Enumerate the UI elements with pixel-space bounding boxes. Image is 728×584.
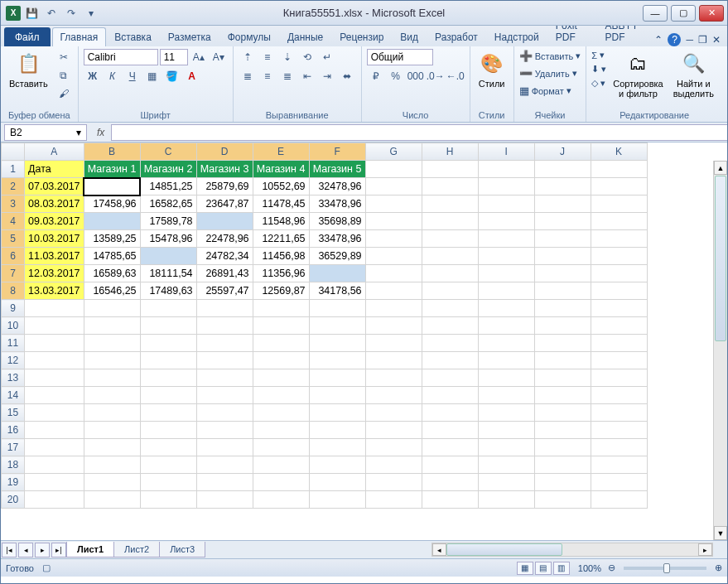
cell-K8[interactable] — [591, 282, 647, 300]
row-header-8[interactable]: 8 — [2, 282, 25, 300]
shrink-font-button[interactable]: A▾ — [210, 49, 228, 65]
cell-C17[interactable] — [140, 439, 196, 456]
cell-I16[interactable] — [478, 422, 534, 439]
cell-F1[interactable]: Магазин 5 — [309, 161, 365, 178]
cell-I19[interactable] — [478, 474, 534, 491]
cell-D19[interactable] — [196, 474, 253, 491]
cell-B17[interactable] — [84, 439, 140, 456]
sheet-first-button[interactable]: |◂ — [2, 543, 17, 557]
sheet-tab[interactable]: Лист1 — [66, 542, 114, 557]
row-header-19[interactable]: 19 — [2, 474, 25, 491]
col-header-A[interactable]: A — [25, 143, 84, 161]
align-bottom-button[interactable]: ⇣ — [278, 49, 297, 65]
scroll-up-button[interactable]: ▲ — [714, 161, 727, 175]
cell-J18[interactable] — [534, 456, 591, 474]
cell-J12[interactable] — [534, 352, 591, 369]
tab-формулы[interactable]: Формулы — [219, 27, 279, 46]
cell-A1[interactable]: Дата — [25, 161, 84, 178]
cell-D13[interactable] — [196, 369, 253, 387]
cell-E7[interactable]: 11356,96 — [253, 265, 309, 282]
cell-K17[interactable] — [591, 439, 647, 456]
cell-K10[interactable] — [591, 317, 647, 335]
cell-H6[interactable] — [422, 248, 478, 265]
sheet-next-button[interactable]: ▸ — [35, 543, 50, 557]
cell-B7[interactable]: 16589,63 — [84, 265, 140, 282]
cell-C13[interactable] — [140, 369, 196, 387]
cell-A8[interactable]: 13.03.2017 — [25, 282, 84, 300]
cell-H2[interactable] — [422, 178, 478, 195]
vertical-scrollbar[interactable]: ▲ ▼ — [713, 161, 727, 540]
cell-G2[interactable] — [365, 178, 422, 195]
cell-G1[interactable] — [365, 161, 422, 178]
view-layout-button[interactable]: ▤ — [535, 562, 552, 575]
indent-inc-button[interactable]: ⇥ — [318, 68, 336, 84]
row-header-3[interactable]: 3 — [2, 195, 25, 213]
cell-G7[interactable] — [365, 265, 422, 282]
col-header-I[interactable]: I — [478, 143, 534, 161]
cell-J7[interactable] — [534, 265, 591, 282]
row-header-14[interactable]: 14 — [2, 387, 25, 404]
increase-decimal-button[interactable]: .0→ — [427, 68, 445, 84]
cell-A10[interactable] — [25, 317, 84, 335]
cell-C16[interactable] — [140, 422, 196, 439]
row-header-2[interactable]: 2 — [2, 178, 25, 195]
cell-A7[interactable]: 12.03.2017 — [25, 265, 84, 282]
zoom-in-button[interactable]: ⊕ — [715, 562, 722, 573]
wrap-text-button[interactable]: ↵ — [318, 49, 336, 65]
tab-главная[interactable]: Главная — [52, 27, 107, 46]
comma-button[interactable]: 000 — [407, 68, 425, 84]
formula-input[interactable] — [111, 124, 727, 141]
cell-B2[interactable] — [84, 178, 140, 195]
ribbon-minimize-icon[interactable]: ⌃ — [654, 34, 663, 46]
cell-I15[interactable] — [478, 404, 534, 422]
cell-J5[interactable] — [534, 230, 591, 248]
cell-H20[interactable] — [422, 491, 478, 509]
cell-A14[interactable] — [25, 387, 84, 404]
cell-F18[interactable] — [309, 456, 365, 474]
cell-J2[interactable] — [534, 178, 591, 195]
cut-button[interactable]: ✂ — [55, 49, 73, 65]
cell-B13[interactable] — [84, 369, 140, 387]
cell-I6[interactable] — [478, 248, 534, 265]
font-size-select[interactable] — [160, 49, 188, 65]
cell-D14[interactable] — [196, 387, 253, 404]
cell-C11[interactable] — [140, 335, 196, 352]
cell-G14[interactable] — [365, 387, 422, 404]
macro-record-icon[interactable]: ▢ — [42, 562, 51, 573]
cell-H3[interactable] — [422, 195, 478, 213]
cell-B9[interactable] — [84, 300, 140, 317]
percent-button[interactable]: % — [387, 68, 405, 84]
cell-H5[interactable] — [422, 230, 478, 248]
cell-H9[interactable] — [422, 300, 478, 317]
cell-G17[interactable] — [365, 439, 422, 456]
cell-J1[interactable] — [534, 161, 591, 178]
cell-C5[interactable]: 15478,96 — [140, 230, 196, 248]
cell-K20[interactable] — [591, 491, 647, 509]
cell-F7[interactable] — [309, 265, 365, 282]
view-pagebreak-button[interactable]: ▥ — [553, 562, 570, 575]
cell-F19[interactable] — [309, 474, 365, 491]
cell-F8[interactable]: 34178,56 — [309, 282, 365, 300]
cell-G19[interactable] — [365, 474, 422, 491]
cell-H1[interactable] — [422, 161, 478, 178]
cell-D1[interactable]: Магазин 3 — [196, 161, 253, 178]
sheet-last-button[interactable]: ▸| — [51, 543, 66, 557]
cell-G18[interactable] — [365, 456, 422, 474]
tab-вид[interactable]: Вид — [392, 27, 427, 46]
cell-C9[interactable] — [140, 300, 196, 317]
cell-A5[interactable]: 10.03.2017 — [25, 230, 84, 248]
cell-D16[interactable] — [196, 422, 253, 439]
cell-F16[interactable] — [309, 422, 365, 439]
indent-dec-button[interactable]: ⇤ — [298, 68, 316, 84]
cell-A11[interactable] — [25, 335, 84, 352]
hscroll-thumb[interactable] — [446, 543, 562, 556]
cell-J16[interactable] — [534, 422, 591, 439]
row-header-16[interactable]: 16 — [2, 422, 25, 439]
sheet-prev-button[interactable]: ◂ — [18, 543, 33, 557]
cell-E6[interactable]: 11456,98 — [253, 248, 309, 265]
cell-F4[interactable]: 35698,89 — [309, 213, 365, 230]
cell-K18[interactable] — [591, 456, 647, 474]
fx-icon[interactable]: fx — [90, 127, 111, 138]
sheet-tab[interactable]: Лист2 — [113, 542, 160, 557]
row-header-12[interactable]: 12 — [2, 352, 25, 369]
